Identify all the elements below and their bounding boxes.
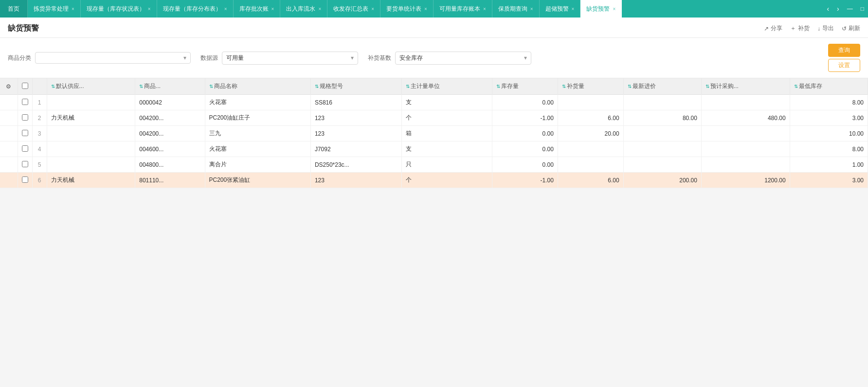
datasource-select[interactable]: 可用量 ▾: [222, 52, 358, 65]
row-unit: 箱: [402, 126, 492, 141]
sort-icon: ⇅: [315, 84, 319, 89]
tab-item-1[interactable]: 拣货异常处理×: [28, 0, 81, 18]
row-unit: 个: [402, 110, 492, 126]
category-select[interactable]: ▾: [35, 52, 191, 64]
replenish-base-filter-group: 补货基数 安全库存 ▾: [368, 52, 531, 65]
row-unit: 个: [402, 173, 492, 188]
unit-header[interactable]: ⇅主计量单位: [402, 78, 492, 95]
row-gear-cell: [0, 173, 18, 188]
row-checkbox-cell[interactable]: [18, 95, 32, 110]
row-est-purchase: [701, 157, 790, 173]
header-actions: ↗ 分享 ＋ 补货 ↓ 导出 ↺ 刷新: [764, 24, 860, 33]
select-all-checkbox[interactable]: [22, 83, 28, 89]
tab-prev-button[interactable]: ‹: [823, 5, 833, 13]
tab-item-5[interactable]: 出入库流水×: [280, 0, 327, 18]
row-checkbox[interactable]: [22, 145, 28, 152]
row-checkbox-cell[interactable]: [18, 141, 32, 157]
tab-close-icon[interactable]: ×: [148, 6, 151, 12]
settings-button[interactable]: 设置: [828, 59, 860, 72]
row-replenish-qty: [558, 141, 623, 157]
table-row: 1 0000042 火花塞 SS816 支 0.00 8.00: [0, 95, 868, 110]
sort-icon: ⇅: [628, 84, 632, 89]
export-button[interactable]: ↓ 导出: [817, 24, 834, 33]
row-replenish-qty: [558, 95, 623, 110]
tab-close-icon[interactable]: ×: [371, 6, 374, 12]
datasource-filter-group: 数据源 可用量 ▾: [200, 52, 358, 65]
row-checkbox[interactable]: [22, 99, 28, 105]
tab-label: 超储预警: [545, 5, 569, 13]
tab-close-icon[interactable]: ×: [424, 6, 427, 12]
tab-close-icon[interactable]: ×: [318, 6, 321, 12]
query-button[interactable]: 查询: [828, 44, 860, 57]
spec-header[interactable]: ⇅规格型号: [310, 78, 401, 95]
row-spec: SS816: [310, 95, 401, 110]
tab-close-icon[interactable]: ×: [271, 6, 274, 12]
replenish-qty-header[interactable]: ⇅补货量: [558, 78, 623, 95]
row-checkbox-cell[interactable]: [18, 173, 32, 188]
tab-item-9[interactable]: 保质期查询×: [492, 0, 540, 18]
row-number: 1: [32, 95, 47, 110]
category-filter-group: 商品分类 ▾: [8, 52, 191, 64]
default-supplier-header[interactable]: ⇅默认供应...: [47, 78, 135, 95]
tab-item-2[interactable]: 现存量（库存状况表）×: [81, 0, 157, 18]
row-unit: 只: [402, 157, 492, 173]
tab-item-4[interactable]: 库存批次账×: [234, 0, 281, 18]
est-purchase-header[interactable]: ⇅预计采购...: [701, 78, 790, 95]
row-checkbox[interactable]: [22, 161, 28, 167]
row-gear-cell: [0, 157, 18, 173]
tab-item-7[interactable]: 要货单统计表×: [380, 0, 434, 18]
sort-icon: ⇅: [51, 84, 55, 89]
tab-label: 现存量（库存分布表）: [163, 5, 221, 13]
tab-minimize-button[interactable]: —: [843, 5, 857, 12]
tab-item-10[interactable]: 超储预警×: [540, 0, 581, 18]
row-gear-cell: [0, 141, 18, 157]
gear-header[interactable]: ⚙: [0, 78, 18, 95]
checkbox-header[interactable]: [18, 78, 32, 95]
row-est-purchase: 1200.00: [701, 173, 790, 188]
tab-item-8[interactable]: 可用量库存账本×: [434, 0, 492, 18]
row-spec: J7092: [310, 141, 401, 157]
row-checkbox[interactable]: [22, 130, 28, 136]
row-product-name: 火花塞: [205, 141, 310, 157]
row-checkbox[interactable]: [22, 176, 28, 183]
tab-item-3[interactable]: 现存量（库存分布表）×: [157, 0, 234, 18]
tab-close-icon[interactable]: ×: [224, 6, 227, 12]
tab-label: 缺货预警: [586, 5, 610, 13]
row-checkbox-cell[interactable]: [18, 110, 32, 126]
tab-close-icon[interactable]: ×: [483, 6, 486, 12]
row-product-code: 004800...: [135, 157, 205, 173]
latest-price-header[interactable]: ⇅最新进价: [623, 78, 701, 95]
row-latest-price: [623, 157, 701, 173]
row-checkbox-cell[interactable]: [18, 126, 32, 141]
row-product-code: 004600...: [135, 141, 205, 157]
row-product-code: 004200...: [135, 110, 205, 126]
row-checkbox-cell[interactable]: [18, 157, 32, 173]
product-code-header[interactable]: ⇅商品...: [135, 78, 205, 95]
page-header: 缺货预警 ↗ 分享 ＋ 补货 ↓ 导出 ↺ 刷新: [0, 18, 868, 38]
tab-item-11[interactable]: 缺货预警×: [580, 0, 622, 18]
row-checkbox[interactable]: [22, 114, 28, 121]
tab-next-button[interactable]: ›: [833, 5, 843, 13]
tab-close-icon[interactable]: ×: [72, 6, 74, 12]
replenish-base-select[interactable]: 安全库存 ▾: [395, 52, 531, 65]
row-stock: -1.00: [492, 173, 558, 188]
tab-maximize-button[interactable]: □: [857, 5, 868, 12]
row-product-name: PC200张紧油缸: [205, 173, 310, 188]
tab-item-0[interactable]: 首页: [0, 0, 28, 18]
tab-close-icon[interactable]: ×: [613, 6, 615, 12]
row-num-header: [32, 78, 47, 95]
tab-item-6[interactable]: 收发存汇总表×: [327, 0, 380, 18]
stock-header[interactable]: ⇅库存量: [492, 78, 558, 95]
share-button[interactable]: ↗ 分享: [764, 24, 782, 33]
replenish-button[interactable]: ＋ 补货: [790, 24, 810, 33]
tab-close-icon[interactable]: ×: [572, 6, 575, 12]
tab-close-icon[interactable]: ×: [530, 6, 533, 12]
row-stock: 0.00: [492, 126, 558, 141]
row-product-code: 0000042: [135, 95, 205, 110]
refresh-button[interactable]: ↺ 刷新: [842, 24, 860, 33]
product-name-header[interactable]: ⇅商品名称: [205, 78, 310, 95]
min-stock-header[interactable]: ⇅最低库存: [790, 78, 868, 95]
row-supplier: [47, 157, 135, 173]
row-latest-price: [623, 141, 701, 157]
page-title: 缺货预警: [8, 23, 39, 34]
